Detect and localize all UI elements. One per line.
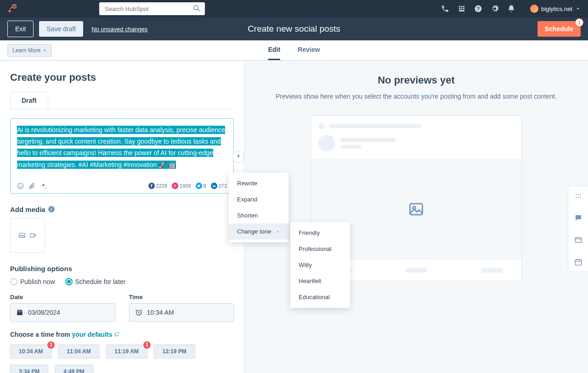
time-chip[interactable]: 10:34 AM1: [10, 345, 51, 358]
date-value: 03/08/2024: [28, 309, 60, 316]
time-chip[interactable]: 3:34 PM: [10, 365, 48, 373]
radio-schedule-later[interactable]: Schedule for later: [65, 278, 126, 285]
menu-item-professional[interactable]: Professional: [290, 241, 350, 257]
time-value: 10:34 AM: [147, 309, 174, 316]
image-icon: [18, 232, 26, 239]
svg-point-30: [577, 197, 578, 198]
menu-item-heartfelt[interactable]: Heartfelt: [290, 273, 350, 289]
time-chip[interactable]: 12:19 PM: [154, 345, 195, 358]
menu-item-shorten[interactable]: Shorten: [229, 207, 288, 223]
phone-icon[interactable]: [441, 5, 449, 13]
draft-tab[interactable]: Draft: [10, 92, 48, 109]
preview-title: No previews yet: [263, 74, 570, 86]
hubspot-logo: [7, 4, 17, 13]
chevron-down-icon: [42, 48, 47, 53]
svg-point-26: [576, 194, 577, 195]
time-input[interactable]: 10:34 AM: [129, 303, 234, 322]
info-icon[interactable]: i: [48, 206, 55, 212]
time-label: Time: [129, 294, 234, 301]
svg-rect-21: [18, 309, 19, 311]
twitter-count: 8: [196, 183, 206, 189]
help-icon[interactable]: ?: [474, 5, 482, 13]
user-label: biglytics.net: [541, 6, 572, 12]
instagram-count: 1928: [172, 183, 191, 189]
svg-rect-15: [213, 185, 213, 187]
time-chip[interactable]: 11:19 AM1: [106, 345, 147, 358]
tab-edit[interactable]: Edit: [268, 40, 280, 60]
tab-review[interactable]: Review: [298, 40, 320, 60]
radio-publish-now[interactable]: Publish now: [10, 278, 55, 285]
your-defaults-link[interactable]: your defaults: [72, 331, 119, 338]
top-nav: ? biglytics.net: [0, 0, 588, 17]
menu-item-friendly[interactable]: Friendly: [290, 225, 350, 241]
emoji-icon[interactable]: [17, 183, 24, 189]
window-icon[interactable]: [574, 236, 582, 244]
grip-icon[interactable]: [574, 192, 582, 200]
svg-rect-19: [17, 310, 23, 315]
image-placeholder-icon: [408, 201, 424, 217]
tone-submenu: Friendly Professional Witty Heartfelt Ed…: [290, 222, 350, 308]
user-menu[interactable]: biglytics.net: [530, 5, 581, 13]
chevron-right-icon: [276, 229, 280, 234]
svg-text:?: ?: [477, 6, 480, 11]
sub-header: Exit Save draft No unsaved changes Creat…: [0, 17, 588, 40]
svg-point-0: [9, 10, 11, 12]
add-media-label: Add media i: [10, 206, 234, 213]
preview-subtitle: Previews show here when you select the a…: [263, 92, 570, 101]
facebook-count: 2228: [148, 183, 167, 189]
video-icon: [29, 232, 37, 239]
svg-point-11: [19, 185, 20, 186]
time-chip[interactable]: 11:04 AM: [58, 345, 99, 358]
menu-item-educational[interactable]: Educational: [290, 289, 350, 305]
svg-rect-34: [575, 260, 582, 265]
marketplace-icon[interactable]: [458, 5, 466, 13]
menu-item-change-tone[interactable]: Change tone: [229, 223, 288, 239]
bell-icon[interactable]: [507, 5, 515, 13]
save-draft-button[interactable]: Save draft: [39, 21, 83, 37]
svg-point-3: [13, 6, 15, 7]
time-chips: 10:34 AM1 11:04 AM 11:19 AM1 12:19 PM 3:…: [10, 345, 234, 373]
gear-icon[interactable]: [491, 5, 499, 13]
chat-icon[interactable]: [574, 214, 582, 222]
schedule-badge: 1: [575, 18, 583, 27]
schedule-button[interactable]: Schedule: [537, 21, 581, 37]
editor-toolbar: 2228 1928 8 272: [17, 183, 227, 189]
menu-item-witty[interactable]: Witty: [290, 257, 350, 273]
date-input[interactable]: 03/08/2024: [10, 303, 115, 322]
left-pane: Create your posts Draft AI is revolution…: [0, 61, 244, 373]
chip-badge: 1: [143, 341, 151, 349]
search-icon: [193, 5, 200, 12]
svg-rect-32: [575, 238, 582, 243]
page-title: Create new social posts: [248, 24, 340, 34]
svg-rect-22: [21, 309, 21, 311]
clock-icon: [135, 309, 142, 316]
search-input[interactable]: [99, 2, 205, 15]
ai-sparkle-icon[interactable]: [40, 183, 47, 189]
linkedin-count: 272: [211, 183, 227, 189]
post-editor[interactable]: AI is revolutionizing marketing with fas…: [10, 118, 234, 194]
tabs-row: Learn More Edit Review: [0, 40, 588, 61]
svg-point-16: [213, 184, 213, 185]
unsaved-changes-link[interactable]: No unsaved changes: [91, 26, 147, 33]
external-link-icon: [114, 332, 119, 337]
publishing-options-label: Publishing options: [10, 265, 234, 273]
time-chip[interactable]: 4:49 PM: [55, 365, 93, 373]
choose-time-row: Choose a time from your defaults: [10, 331, 234, 338]
attachment-icon[interactable]: [28, 183, 35, 189]
learn-more-button[interactable]: Learn More: [7, 44, 52, 57]
svg-point-6: [194, 6, 198, 10]
menu-item-expand[interactable]: Expand: [229, 191, 288, 207]
svg-point-12: [21, 185, 22, 186]
exit-button[interactable]: Exit: [7, 21, 34, 37]
svg-point-14: [175, 185, 176, 187]
svg-point-10: [17, 183, 23, 189]
menu-item-rewrite[interactable]: Rewrite: [229, 175, 288, 191]
editor-selected-text: AI is revolutionizing marketing with fas…: [17, 126, 225, 169]
ai-assistant-button[interactable]: [232, 151, 244, 163]
avatar: [530, 5, 538, 13]
calendar-rail-icon[interactable]: [574, 258, 582, 266]
ai-action-menu: Rewrite Expand Shorten Change tone: [229, 173, 288, 242]
add-media-dropzone[interactable]: [10, 218, 45, 253]
right-pane: No previews yet Previews show here when …: [244, 61, 588, 373]
svg-rect-20: [17, 312, 23, 312]
